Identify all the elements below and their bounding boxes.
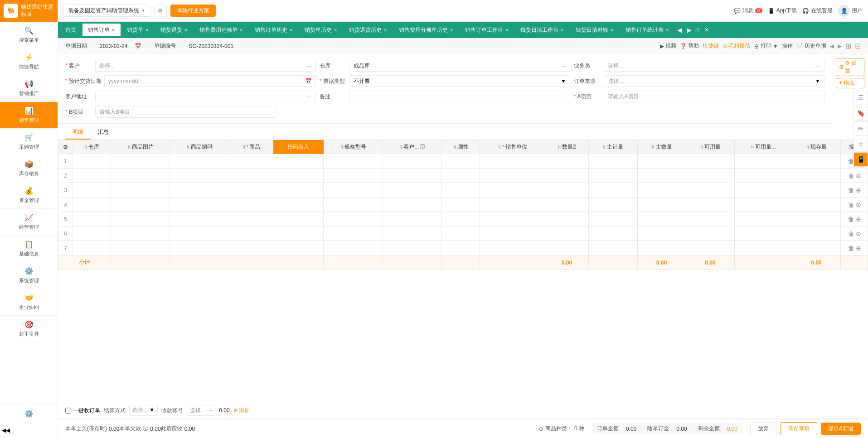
tab-detail[interactable]: 明细 bbox=[65, 125, 91, 140]
row-main-unit[interactable] bbox=[589, 154, 637, 168]
sidebar-item-enterprise[interactable]: 🤝 企业协同 bbox=[0, 289, 58, 316]
tab-close-icon[interactable]: ✕ bbox=[560, 28, 564, 33]
row-spec[interactable] bbox=[323, 197, 383, 212]
history-nav-next[interactable]: ▶ bbox=[838, 43, 842, 49]
row-code[interactable] bbox=[170, 154, 229, 168]
row-available2[interactable] bbox=[734, 241, 792, 255]
row-current[interactable] bbox=[792, 226, 840, 241]
row-customer-code[interactable] bbox=[383, 226, 442, 241]
row-code[interactable] bbox=[170, 168, 229, 183]
sidebar-item-system[interactable]: ⚙️ 系统管理 bbox=[0, 262, 58, 289]
row-name[interactable] bbox=[229, 226, 273, 241]
row-qty2[interactable] bbox=[545, 183, 589, 197]
row-available2[interactable] bbox=[734, 212, 792, 226]
sidebar-item-guide[interactable]: 🎯 新手引导 bbox=[0, 316, 58, 342]
tab-daily-reconcile[interactable]: 钱货日清对账 ✕ bbox=[570, 24, 619, 36]
row-customer-code[interactable] bbox=[383, 168, 442, 183]
row-current[interactable] bbox=[792, 168, 840, 183]
row-scan[interactable] bbox=[273, 183, 323, 197]
row-image[interactable] bbox=[111, 154, 170, 168]
row-main-unit[interactable] bbox=[589, 197, 637, 212]
tab-close-icon[interactable]: ✕ bbox=[610, 28, 614, 33]
history-nav-prev[interactable]: ◀ bbox=[830, 43, 834, 49]
row-customer-code[interactable] bbox=[383, 212, 442, 226]
float-list-btn[interactable]: ☰ bbox=[853, 91, 868, 105]
tab-invoice-history[interactable]: 销货单历史 ✕ bbox=[299, 24, 343, 36]
row-delete-btn[interactable]: 🗑 bbox=[848, 172, 854, 179]
row-spec[interactable] bbox=[323, 154, 383, 168]
one-click-order-checkbox[interactable]: 一键收订单 bbox=[65, 407, 100, 414]
row-main-qty[interactable] bbox=[637, 183, 686, 197]
calendar-icon[interactable]: 📅 bbox=[135, 43, 141, 49]
row-available2[interactable] bbox=[734, 226, 792, 241]
shortcut-btn[interactable]: 快捷键 bbox=[703, 42, 719, 50]
address-input[interactable]: ··· bbox=[95, 91, 316, 102]
row-copy-btn[interactable]: ⊕ bbox=[856, 201, 861, 208]
row-name[interactable] bbox=[229, 241, 273, 255]
invoice-select[interactable]: 不开票 ▼ bbox=[349, 75, 570, 87]
row-qty2[interactable] bbox=[545, 197, 589, 212]
help-btn[interactable]: ❓ 帮助 bbox=[680, 42, 699, 50]
row-main-unit[interactable] bbox=[589, 212, 637, 226]
row-copy-btn[interactable]: ⊕ bbox=[856, 230, 861, 237]
industry-btn[interactable]: 体验行业方案 bbox=[170, 5, 216, 17]
tab-close-icon[interactable]: ✕ bbox=[289, 28, 293, 33]
tab-sales-order[interactable]: 销售订单 ✕ bbox=[82, 24, 121, 36]
sidebar-item-operation[interactable]: 📈 经营管理 bbox=[0, 209, 58, 236]
sidebar-item-finance[interactable]: 💰 资金管理 bbox=[0, 182, 58, 209]
row-attr[interactable] bbox=[442, 183, 480, 197]
float-bookmark-btn[interactable]: 🔖 bbox=[853, 106, 868, 120]
tab-sales-order-history[interactable]: 销售订单历史 ✕ bbox=[249, 24, 298, 36]
row-customer-code[interactable] bbox=[383, 197, 442, 212]
row-available[interactable] bbox=[686, 183, 734, 197]
row-available2[interactable] bbox=[734, 154, 792, 168]
row-code[interactable] bbox=[170, 212, 229, 226]
operation-btn[interactable]: 操作 bbox=[782, 42, 793, 50]
order-source-select[interactable]: 选择... ▼ bbox=[604, 75, 824, 87]
row-current[interactable] bbox=[792, 241, 840, 255]
row-available[interactable] bbox=[686, 154, 734, 168]
row-attr[interactable] bbox=[442, 168, 480, 183]
row-scan[interactable] bbox=[273, 154, 323, 168]
row-available2[interactable] bbox=[734, 168, 792, 183]
row-name[interactable] bbox=[229, 212, 273, 226]
row-current[interactable] bbox=[792, 197, 840, 212]
row-name[interactable] bbox=[229, 154, 273, 168]
row-image[interactable] bbox=[111, 212, 170, 226]
row-attr[interactable] bbox=[442, 241, 480, 255]
sidebar-item-purchase[interactable]: 🛒 采购管理 bbox=[0, 129, 58, 155]
row-qty2[interactable] bbox=[545, 212, 589, 226]
delivery-input[interactable]: yyyy-mm-dd 📅 bbox=[104, 75, 316, 87]
tab-home[interactable]: 首页 bbox=[60, 24, 82, 36]
row-available[interactable] bbox=[686, 241, 734, 255]
row-image[interactable] bbox=[111, 197, 170, 212]
col-scan[interactable]: 扫码录入 bbox=[273, 140, 323, 154]
row-delete-btn[interactable]: 🗑 bbox=[848, 245, 854, 252]
tab-close-icon[interactable]: ✕ bbox=[145, 28, 149, 33]
tab-close-all-btn[interactable]: ✕ bbox=[703, 26, 711, 34]
row-image[interactable] bbox=[111, 168, 170, 183]
col-setting[interactable]: ⚙ bbox=[58, 140, 73, 154]
row-available[interactable] bbox=[686, 226, 734, 241]
sidebar-collapse-btn[interactable]: ◀◀ bbox=[0, 423, 58, 438]
a-project-input[interactable]: 请输入A项目 bbox=[604, 91, 824, 102]
row-scan[interactable] bbox=[273, 197, 323, 212]
row-scan[interactable] bbox=[273, 212, 323, 226]
row-copy-btn[interactable]: ⊕ bbox=[856, 172, 861, 179]
row-unit[interactable] bbox=[480, 197, 545, 212]
row-scan[interactable] bbox=[273, 168, 323, 183]
sidebar-item-base[interactable]: 📋 基础信息 bbox=[0, 236, 58, 262]
save-draft-btn[interactable]: 保存草稿 bbox=[780, 422, 817, 435]
row-copy-btn[interactable]: ⊕ bbox=[856, 216, 861, 223]
row-available2[interactable] bbox=[734, 183, 792, 197]
row-warehouse[interactable] bbox=[73, 197, 111, 212]
tab-expense-history[interactable]: 销售费用分摊单历史 ✕ bbox=[393, 24, 459, 36]
row-image[interactable] bbox=[111, 226, 170, 241]
row-warehouse[interactable] bbox=[73, 168, 111, 183]
row-spec[interactable] bbox=[323, 226, 383, 241]
sidebar-item-quick-nav[interactable]: ⚡ 快捷导航 bbox=[0, 48, 58, 75]
row-attr[interactable] bbox=[442, 197, 480, 212]
add-btn[interactable]: ⊕ 添加 bbox=[233, 407, 250, 414]
row-name[interactable] bbox=[229, 197, 273, 212]
row-available[interactable] bbox=[686, 197, 734, 212]
